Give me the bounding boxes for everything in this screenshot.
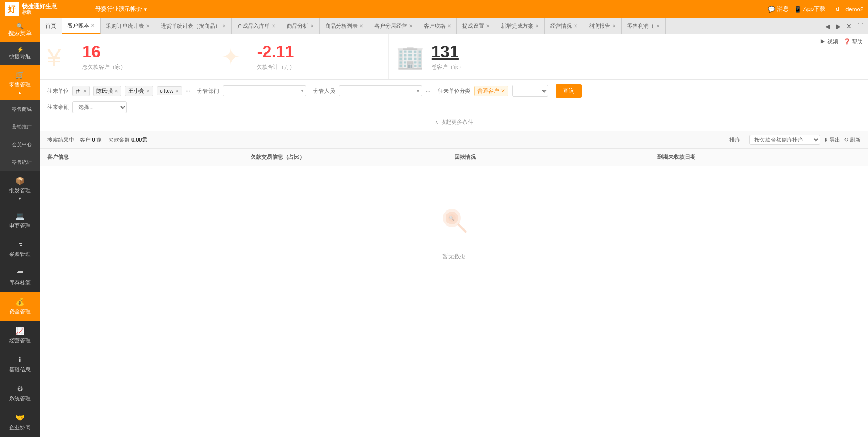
tab-close-cost-in[interactable]: ✕ [272, 24, 275, 28]
credit-total-value: -2.11 [257, 43, 295, 62]
filter-tag-wang-close[interactable]: ✕ [146, 89, 150, 94]
wholesale-mgmt-label: 批发管理 [9, 187, 31, 195]
tab-next-button[interactable]: ▶ [834, 22, 843, 31]
tab-close-business-status[interactable]: ✕ [574, 24, 577, 28]
enterprise-coop-label: 企业协同 [9, 424, 31, 432]
tab-customer-contact[interactable]: 客户联络 ✕ [418, 18, 457, 34]
tab-close-raise-settings[interactable]: ✕ [486, 24, 489, 28]
sidebar-item-retail-mgmt-label: 零售管理 [9, 81, 31, 89]
sidebar-item-marketing[interactable]: 营销推广 [0, 118, 40, 136]
help-button[interactable]: ❓ 帮助 [844, 38, 863, 46]
balance-select[interactable]: 选择... [72, 101, 127, 113]
sidebar-item-ecom-mgmt[interactable]: 💻 电商管理 [0, 206, 40, 235]
business-status-label: 经营情况 [550, 22, 572, 30]
user-profile[interactable]: d demo2 [831, 3, 863, 15]
export-button[interactable]: ⬇ 导出 [824, 136, 840, 144]
wholesale-icon: 📦 [15, 176, 24, 185]
tab-close-customer-segment[interactable]: ✕ [409, 24, 412, 28]
tab-prev-button[interactable]: ◀ [824, 22, 832, 31]
video-button[interactable]: ▶ 视频 [820, 38, 838, 46]
sidebar-item-finance-mgmt[interactable]: 💰 资金管理 [0, 292, 40, 321]
sidebar-search[interactable]: 🔍 搜索菜单 [0, 18, 40, 42]
sidebar-item-enterprise-coop[interactable]: 🤝 企业协同 [0, 408, 40, 437]
workspace-name: 母婴行业演示帐套 [95, 5, 142, 13]
tab-close-profit-report[interactable]: ✕ [612, 24, 616, 28]
tab-accounts[interactable]: 客户账本 ✕ [62, 18, 101, 34]
person-select[interactable] [339, 86, 422, 96]
tab-customer-segment[interactable]: 客户分层经营 ✕ [369, 18, 418, 34]
collapse-button[interactable]: ∧ 收起更多条件 [47, 117, 861, 126]
sidebar-item-wholesale-mgmt[interactable]: 📦 批发管理 ▼ [0, 171, 40, 206]
result-info: 搜索结果中，客户 0 家 欠款金额 0.00元 [47, 136, 147, 144]
ecom-mgmt-label: 电商管理 [9, 222, 31, 230]
debt-label: 欠款金额 [108, 137, 130, 143]
tab-business-status[interactable]: 经营情况 ✕ [545, 18, 583, 34]
app-download-button[interactable]: 📱 App下载 [794, 5, 825, 13]
tab-close-accounts[interactable]: ✕ [91, 23, 95, 28]
tab-cost-in[interactable]: 产成品入库单 ✕ [232, 18, 281, 34]
refresh-icon: ↻ [844, 137, 849, 143]
tab-retail-profit[interactable]: 零售利润（ ✕ [622, 18, 666, 34]
sidebar-item-member-center[interactable]: 会员中心 [0, 136, 40, 153]
table-header: 客户信息 欠款交易信息（占比） 回款情况 到期未收款日期 [40, 149, 868, 166]
filter-tag-chen-close[interactable]: ✕ [115, 89, 118, 94]
tab-fullscreen-button[interactable]: ⛶ [855, 22, 865, 31]
message-icon: 💬 [768, 6, 775, 13]
person-dots[interactable]: ··· [426, 88, 431, 95]
sidebar-nav[interactable]: ⚡ 快捷导航 [0, 42, 40, 65]
filter-tag-cjttcw-close[interactable]: ✕ [175, 89, 179, 94]
tab-home[interactable]: 首页 [40, 18, 62, 34]
nav-icon: ⚡ [0, 47, 40, 53]
retail-mall-label: 零售商城 [12, 106, 32, 113]
sidebar-item-retail-mall[interactable]: 零售商城 [0, 100, 40, 118]
sidebar-item-retail-mgmt[interactable]: 🛒 零售管理 ▲ [0, 65, 40, 100]
home-label: 首页 [45, 22, 56, 30]
purchase-order-label: 采购订单统计表 [106, 22, 144, 30]
tab-close-goods-analysis-list[interactable]: ✕ [360, 24, 363, 28]
inventory-icon: 🗃 [16, 269, 24, 277]
filter-tag-cjttcw: cjttcw ✕ [157, 86, 182, 95]
sidebar-item-business-mgmt[interactable]: 📈 经营管理 [0, 321, 40, 350]
profit-report-label: 利润报告 [589, 22, 610, 30]
filter-tag-chen: 陈民强 ✕ [93, 86, 121, 96]
sidebar-item-basic-info[interactable]: ℹ 基础信息 [0, 350, 40, 379]
sidebar-item-retail-stats[interactable]: 零售统计 [0, 153, 40, 171]
filter-more-btn[interactable]: ··· [186, 88, 190, 94]
tab-close-purchase-stats[interactable]: ✕ [222, 24, 226, 28]
workspace-dropdown-icon[interactable]: ▾ [144, 6, 147, 13]
tab-raise-settings[interactable]: 提成设置 ✕ [457, 18, 495, 34]
sidebar-item-system-mgmt[interactable]: ⚙ 系统管理 [0, 379, 40, 408]
stats-bar: ▶ 视频 ❓ 帮助 ¥ 16 总欠款客户（家） ✦ -2.11 欠款合 [40, 34, 868, 80]
sidebar-item-inventory[interactable]: 🗃 库存核算 [0, 264, 40, 292]
retail-stats-label: 零售统计 [12, 159, 32, 166]
refresh-button[interactable]: ↻ 刷新 [844, 136, 861, 144]
tab-purchase-stats[interactable]: 进货单统计表（按商品） ✕ [155, 18, 232, 34]
tab-close-all-button[interactable]: ✕ [844, 22, 854, 31]
category-select[interactable] [512, 85, 548, 97]
tab-profit-report[interactable]: 利润报告 ✕ [583, 18, 622, 34]
category-tag-close[interactable]: ✕ [501, 88, 505, 94]
query-button[interactable]: 查询 [556, 84, 582, 98]
logo-text: 畅捷通好生意 [22, 3, 57, 10]
new-raise-label: 新增提成方案 [501, 22, 533, 30]
message-button[interactable]: 💬 消息 [768, 5, 789, 13]
tab-close-purchase-order[interactable]: ✕ [146, 24, 149, 28]
sidebar-item-purchase-mgmt[interactable]: 🛍 采购管理 [0, 235, 40, 264]
tab-close-new-raise[interactable]: ✕ [535, 24, 539, 28]
tab-goods-analysis[interactable]: 商品分析 ✕ [281, 18, 320, 34]
tab-close-retail-profit[interactable]: ✕ [656, 24, 660, 28]
tab-close-goods-analysis[interactable]: ✕ [310, 24, 314, 28]
message-label: 消息 [777, 5, 789, 13]
tab-close-customer-contact[interactable]: ✕ [447, 24, 451, 28]
sort-select[interactable]: 按欠款金额倒序排序 [749, 135, 820, 145]
tab-new-raise[interactable]: 新增提成方案 ✕ [495, 18, 545, 34]
filter-tag-wu-close[interactable]: ✕ [83, 89, 86, 94]
tab-goods-analysis-list[interactable]: 商品分析列表 ✕ [320, 18, 369, 34]
tab-purchase-order[interactable]: 采购订单统计表 ✕ [101, 18, 155, 34]
marketing-label: 营销推广 [12, 124, 32, 130]
person-select-wrapper [339, 86, 422, 96]
result-bar: 搜索结果中，客户 0 家 欠款金额 0.00元 排序： 按欠款金额倒序排序 [40, 131, 868, 149]
workspace-area: 母婴行业演示帐套 ▾ [95, 5, 768, 13]
dept-select[interactable] [223, 86, 306, 96]
raise-settings-label: 提成设置 [462, 22, 484, 30]
